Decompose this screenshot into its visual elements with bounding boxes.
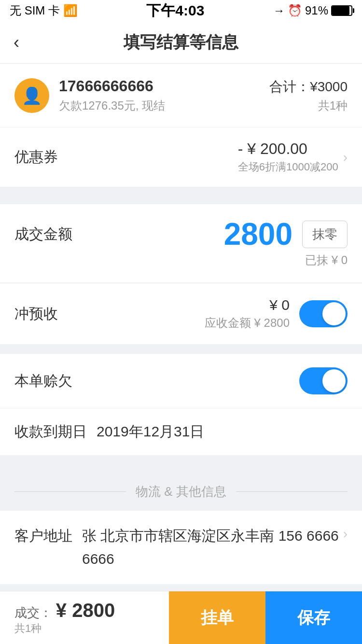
status-bar: 无 SIM 卡 📶 下午4:03 → ⏰ 91%	[0, 0, 362, 21]
nav-bar: ‹ 填写结算等信息	[0, 21, 362, 64]
customer-info: 17666666666 欠款1276.35元, 现结	[59, 77, 165, 113]
customer-row: 👤 17666666666 欠款1276.35元, 现结 合计：¥3000 共1…	[0, 64, 362, 127]
address-section[interactable]: 客户地址 张 北京市市辖区海淀区永丰南 156 6666 6666 ›	[0, 511, 362, 584]
coupon-row[interactable]: 优惠券 - ¥ 200.00 全场6折满1000减200 ›	[0, 127, 362, 187]
page-title: 填写结算等信息	[124, 31, 238, 54]
total-label-value: 合计：¥3000	[269, 78, 348, 96]
total-count: 共1种	[269, 98, 348, 113]
address-chevron: ›	[343, 524, 348, 542]
back-button[interactable]: ‹	[14, 32, 19, 53]
coupon-chevron: ›	[343, 150, 348, 165]
credit-toggle-thumb	[322, 369, 346, 392]
location-icon: →	[273, 4, 285, 17]
customer-right: 合计：¥3000 共1种	[269, 78, 348, 113]
duedate-value: 2019年12月31日	[97, 422, 204, 442]
status-left: 无 SIM 卡 📶	[10, 3, 78, 18]
prepay-row: 冲预收 ¥ 0 应收金额 ¥ 2800	[14, 297, 348, 331]
section-divider-1	[0, 195, 362, 204]
save-button[interactable]: 保存	[265, 591, 362, 644]
address-label: 客户地址	[14, 524, 72, 546]
status-right: → ⏰ 91%	[273, 4, 352, 17]
prepay-value-area: ¥ 0 应收金额 ¥ 2800	[205, 297, 290, 331]
deal-row: 成交金额 2800 抹零	[14, 219, 348, 250]
section-divider-2	[0, 344, 362, 354]
battery-icon	[331, 5, 352, 16]
divider-line-right	[236, 491, 348, 492]
prepay-toggle[interactable]	[299, 300, 348, 327]
sim-signal: 无 SIM 卡 📶	[10, 3, 78, 18]
bottom-deal-count: 共1种	[14, 621, 154, 636]
customer-phone: 17666666666	[59, 77, 165, 95]
bottom-bar: 成交： ¥ 2800 共1种 挂单 保存	[0, 591, 362, 644]
prepay-label: 冲预收	[14, 304, 58, 324]
customer-card: 👤 17666666666 欠款1276.35元, 现结 合计：¥3000 共1…	[0, 64, 362, 187]
coupon-amount: - ¥ 200.00	[238, 140, 338, 158]
duedate-section: 收款到期日 2019年12月31日	[0, 408, 362, 455]
avatar: 👤	[14, 78, 49, 113]
alarm-icon: ⏰	[288, 4, 302, 17]
deal-sub: 已抹 ¥ 0	[14, 252, 348, 268]
bottom-summary: 成交： ¥ 2800 共1种	[0, 600, 169, 636]
coupon-right: - ¥ 200.00 全场6折满1000减200 ›	[238, 140, 348, 174]
credit-label: 本单赊欠	[14, 371, 72, 391]
bottom-deal-amount: ¥ 2800	[56, 600, 115, 621]
deal-label: 成交金额	[14, 224, 72, 244]
logistics-text: 物流 & 其他信息	[126, 483, 236, 500]
address-value: 张 北京市市辖区海淀区永丰南 156 6666 6666	[82, 524, 343, 571]
duedate-row: 收款到期日 2019年12月31日	[14, 422, 348, 442]
content-area: 👤 17666666666 欠款1276.35元, 现结 合计：¥3000 共1…	[0, 64, 362, 644]
deal-section: 成交金额 2800 抹零 已抹 ¥ 0	[0, 204, 362, 282]
total-label: 合计：	[269, 79, 310, 94]
bottom-deal-line: 成交： ¥ 2800	[14, 600, 154, 621]
round-button[interactable]: 抹零	[302, 221, 348, 248]
battery-percent: 91%	[305, 4, 328, 17]
credit-toggle[interactable]	[299, 367, 348, 394]
prepay-section: 冲预收 ¥ 0 应收金额 ¥ 2800	[0, 283, 362, 344]
deal-amount: 2800	[224, 219, 292, 250]
coupon-desc: 全场6折满1000减200	[238, 160, 338, 174]
customer-left: 👤 17666666666 欠款1276.35元, 现结	[14, 77, 165, 113]
avatar-icon: 👤	[22, 86, 42, 105]
credit-row: 本单赊欠	[14, 367, 348, 394]
prepay-right: ¥ 0 应收金额 ¥ 2800	[205, 297, 348, 331]
hold-button[interactable]: 挂单	[169, 591, 265, 644]
section-divider-3	[0, 463, 362, 473]
prepay-sub: 应收金额 ¥ 2800	[205, 315, 290, 331]
credit-section: 本单赊欠	[0, 354, 362, 408]
status-time: 下午4:03	[146, 1, 204, 21]
coupon-label: 优惠券	[14, 147, 58, 167]
deal-amount-area: 2800 抹零	[224, 219, 348, 250]
coupon-info: - ¥ 200.00 全场6折满1000减200	[238, 140, 338, 174]
duedate-label: 收款到期日	[14, 422, 87, 442]
toggle-thumb	[322, 302, 346, 325]
bottom-deal-label: 成交：	[14, 605, 52, 620]
divider-line-left	[14, 491, 126, 492]
logistics-divider: 物流 & 其他信息	[0, 473, 362, 511]
customer-debt: 欠款1276.35元, 现结	[59, 98, 165, 113]
total-value: ¥3000	[310, 79, 348, 94]
prepay-amount: ¥ 0	[205, 297, 290, 313]
